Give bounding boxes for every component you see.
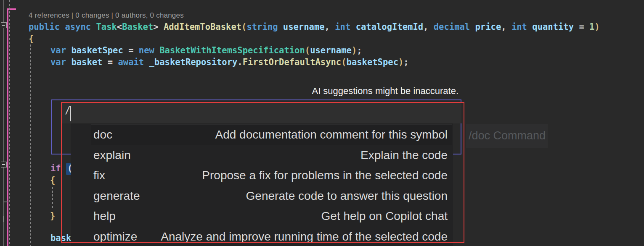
menu-item-optimize[interactable]: optimizeAnalyze and improve running time… bbox=[91, 227, 452, 246]
inline-chat-input[interactable]: / bbox=[62, 103, 461, 123]
menu-item-command: help bbox=[93, 209, 116, 223]
menu-item-help[interactable]: helpGet help on Copilot chat bbox=[91, 206, 452, 227]
change-tracking-bar bbox=[7, 8, 8, 246]
indent-guide-outer bbox=[9, 0, 10, 246]
slash-command-menu: docAdd documentation comment for this sy… bbox=[71, 123, 453, 246]
menu-item-generate[interactable]: generateGenerate code to answer this que… bbox=[91, 186, 452, 207]
indent-guide-if-block bbox=[52, 187, 53, 209]
menu-item-command: generate bbox=[93, 189, 140, 203]
menu-item-description: Get help on Copilot chat bbox=[321, 209, 448, 223]
menu-item-doc[interactable]: docAdd documentation comment for this sy… bbox=[91, 125, 452, 145]
menu-item-command: doc bbox=[93, 128, 112, 141]
fold-end-tick bbox=[3, 202, 8, 202]
menu-item-explain[interactable]: explainExplain the code bbox=[91, 145, 452, 166]
code-line: public async Task<Basket> AddItemToBaske… bbox=[29, 21, 600, 33]
menu-item-description: Add documentation comment for this symbo… bbox=[215, 128, 448, 141]
change-tracking-bar-top bbox=[7, 8, 16, 10]
menu-item-command: optimize bbox=[93, 230, 137, 243]
menu-item-fix[interactable]: fixPropose a fix for problems in the sel… bbox=[91, 165, 452, 186]
menu-item-command: fix bbox=[93, 169, 105, 182]
code-line: bask bbox=[50, 232, 71, 244]
fold-end-tick bbox=[3, 216, 5, 222]
fold-marker-if[interactable] bbox=[1, 162, 7, 167]
codelens-references[interactable]: 4 references | 0 changes | 0 authors, 0 … bbox=[29, 11, 184, 20]
code-line: var basket = await _basketRepository.Fir… bbox=[50, 56, 409, 68]
fold-marker-method[interactable] bbox=[1, 22, 7, 28]
fold-collapse-icon bbox=[2, 25, 5, 26]
menu-item-description: Analyze and improve running time of the … bbox=[161, 230, 448, 243]
code-line: } bbox=[50, 210, 55, 222]
indent-guide-method bbox=[30, 44, 31, 246]
code-line: { bbox=[50, 174, 55, 186]
ai-disclaimer: AI suggestions might be inaccurate. bbox=[312, 86, 458, 97]
menu-item-description: Propose a fix for problems in the select… bbox=[202, 169, 448, 182]
menu-item-command: explain bbox=[93, 149, 131, 162]
code-line: { bbox=[29, 33, 34, 44]
code-editor: 4 references | 0 changes | 0 authors, 0 … bbox=[0, 0, 644, 246]
outline-guide-line bbox=[3, 0, 4, 246]
fold-collapse-icon bbox=[2, 164, 5, 165]
menu-item-description: Explain the code bbox=[360, 149, 448, 162]
menu-item-description: Generate code to answer this question bbox=[246, 189, 448, 203]
command-preview: /doc Command bbox=[466, 124, 548, 148]
text-cursor bbox=[70, 106, 71, 121]
code-line: var basketSpec = new BasketWithItemsSpec… bbox=[50, 44, 362, 56]
